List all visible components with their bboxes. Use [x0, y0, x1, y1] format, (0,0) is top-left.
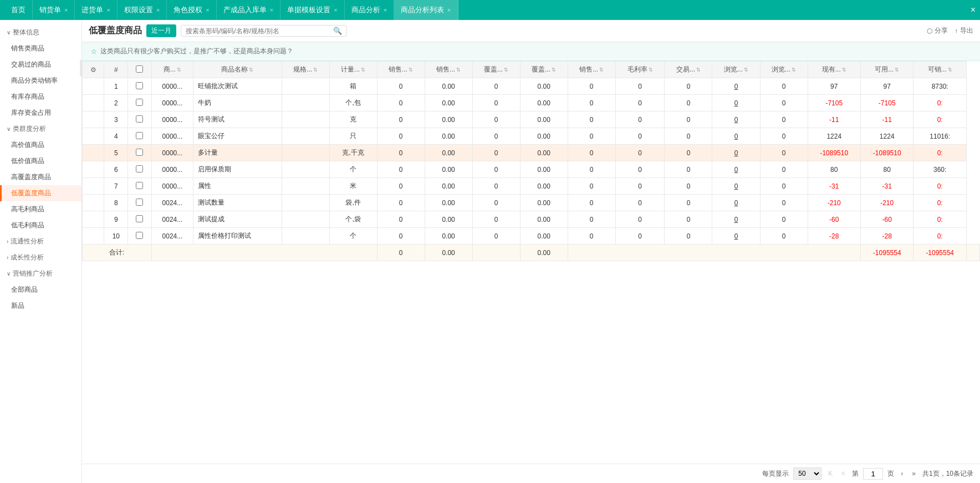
search-icon[interactable]: 🔍 — [333, 27, 342, 35]
col-gross[interactable]: 毛利率⇅ — [615, 62, 665, 78]
col-sales-qty[interactable]: 销售...⇅ — [377, 62, 425, 78]
row-checkbox-3[interactable] — [128, 128, 151, 145]
nav-tab-purchase[interactable]: 进货单 × — [75, 0, 117, 20]
col-sales-amt[interactable]: 销售...⇅ — [425, 62, 472, 78]
col-unit[interactable]: 计量...⇅ — [329, 62, 377, 78]
tab-close-template[interactable]: × — [334, 7, 337, 13]
col-trade[interactable]: 交易...⇅ — [665, 62, 712, 78]
col-browse1[interactable]: 浏览...⇅ — [712, 62, 760, 78]
row-code-4: 0000... — [151, 145, 193, 161]
row-browse1-0[interactable]: 0 — [712, 78, 760, 95]
row-browse1-5[interactable]: 0 — [712, 161, 760, 178]
col-code[interactable]: 商...⇅ — [151, 62, 193, 78]
col-saleable[interactable]: 可销...⇅ — [913, 62, 966, 78]
select-all-checkbox[interactable] — [136, 65, 143, 73]
sidebar-item-low-value[interactable]: 低价值商品 — [0, 153, 81, 169]
sidebar-item-new-goods[interactable]: 新品 — [0, 298, 81, 314]
col-browse2[interactable]: 浏览...⇅ — [760, 62, 808, 78]
tab-close-analysis[interactable]: × — [384, 7, 387, 13]
prev-page-button[interactable]: < — [839, 470, 848, 477]
export-button[interactable]: ↑ 导出 — [955, 26, 973, 35]
prev-first-button[interactable]: K — [826, 470, 835, 477]
nav-tab-analysis[interactable]: 商品分析 × — [345, 0, 394, 20]
row-browse1-8[interactable]: 0 — [712, 211, 760, 228]
row-browse1-1[interactable]: 0 — [712, 95, 760, 111]
row-browse1-4[interactable]: 0 — [712, 145, 760, 161]
per-page-select[interactable]: 50 20 100 — [793, 467, 821, 480]
next-last-button[interactable]: » — [910, 470, 918, 477]
row-sales-qty-7: 0 — [377, 195, 425, 211]
row-browse1-3[interactable]: 0 — [712, 128, 760, 145]
row-settings-9 — [83, 228, 104, 245]
sidebar-item-in-stock[interactable]: 有库存商品 — [0, 89, 81, 105]
row-checkbox-1[interactable] — [128, 95, 151, 111]
search-input[interactable] — [186, 27, 333, 35]
sidebar-item-traded-goods[interactable]: 交易过的商品 — [0, 57, 81, 73]
sidebar-item-high-value[interactable]: 高价值商品 — [0, 137, 81, 153]
tab-close-production[interactable]: × — [270, 7, 273, 13]
row-checkbox-9[interactable] — [128, 228, 151, 245]
col-current[interactable]: 现有...⇅ — [808, 62, 860, 78]
sidebar-group-marketing[interactable]: ∨ 营销推广分析 — [0, 266, 81, 282]
nav-tab-permission[interactable]: 权限设置 × — [118, 0, 167, 20]
nav-tab-analysis-list[interactable]: 商品分析列表 × — [394, 0, 458, 20]
sidebar-group-liquidity[interactable]: › 流通性分析 — [0, 233, 81, 250]
row-checkbox-4[interactable] — [128, 145, 151, 161]
tab-close-analysis-list[interactable]: × — [447, 7, 451, 13]
sidebar-group-overall[interactable]: ∨ 整体信息 — [0, 24, 81, 40]
nav-tab-sales[interactable]: 销货单 × — [33, 0, 75, 20]
nav-tab-role[interactable]: 角色授权 × — [167, 0, 216, 20]
sidebar-item-category-rate[interactable]: 商品分类动销率 — [0, 73, 81, 89]
col-cover1[interactable]: 覆盖...⇅ — [472, 62, 520, 78]
sort-icon-spec: ⇅ — [313, 67, 318, 73]
row-cover1-2: 0 — [472, 111, 520, 128]
share-button[interactable]: ⬡ 分享 — [927, 26, 948, 35]
row-browse1-6[interactable]: 0 — [712, 178, 760, 195]
next-page-button[interactable]: › — [899, 470, 905, 477]
sidebar-item-low-margin[interactable]: 低毛利商品 — [0, 217, 81, 233]
period-button[interactable]: 近一月 — [146, 24, 176, 37]
nav-tab-template[interactable]: 单据模板设置 × — [280, 0, 344, 20]
sidebar-item-capital[interactable]: 库存资金占用 — [0, 105, 81, 121]
tab-close-sales[interactable]: × — [64, 7, 68, 13]
row-checkbox-7[interactable] — [128, 195, 151, 211]
col-settings[interactable]: ⚙ — [83, 62, 104, 78]
content-area: 低覆盖度商品 近一月 🔍 ⬡ 分享 ↑ 导出 ☆ 这类商品只有很少客户购买过，是… — [82, 20, 980, 483]
sidebar-group-cluster[interactable]: ∨ 类群度分析 — [0, 121, 81, 137]
col-spec[interactable]: 规格...⇅ — [282, 62, 329, 78]
row-checkbox-5[interactable] — [128, 161, 151, 178]
main-layout: « ∨ 整体信息 销售类商品 交易过的商品 商品分类动销率 有库存商品 库存资金… — [0, 20, 980, 483]
sidebar-item-high-margin[interactable]: 高毛利商品 — [0, 201, 81, 217]
row-checkbox-8[interactable] — [128, 211, 151, 228]
row-cover1-9: 0 — [472, 228, 520, 245]
sidebar-item-all-goods[interactable]: 全部商品 — [0, 282, 81, 298]
sidebar-item-low-coverage[interactable]: 低覆盖度商品 — [0, 185, 81, 201]
row-browse1-7[interactable]: 0 — [712, 195, 760, 211]
col-avail[interactable]: 可用...⇅ — [860, 62, 913, 78]
col-name[interactable]: 商品名称⇅ — [193, 62, 282, 78]
page-number-input[interactable] — [863, 468, 883, 480]
row-checkbox-0[interactable] — [128, 78, 151, 95]
content-header: 低覆盖度商品 近一月 🔍 ⬡ 分享 ↑ 导出 — [82, 20, 980, 42]
row-saleable-3: 11016: — [913, 128, 966, 145]
sidebar-item-high-coverage[interactable]: 高覆盖度商品 — [0, 169, 81, 185]
col-checkbox[interactable] — [128, 62, 151, 78]
tab-close-permission[interactable]: × — [156, 7, 160, 13]
col-sales2[interactable]: 销售...⇅ — [568, 62, 615, 78]
row-checkbox-2[interactable] — [128, 111, 151, 128]
nav-tab-production[interactable]: 产成品入库单 × — [217, 0, 280, 20]
tab-close-role[interactable]: × — [206, 7, 209, 13]
row-name-6: 属性 — [193, 178, 282, 195]
sidebar-item-sales-goods[interactable]: 销售类商品 — [0, 40, 81, 57]
row-browse1-9[interactable]: 0 — [712, 228, 760, 245]
sidebar-group-growth[interactable]: › 成长性分析 — [0, 250, 81, 266]
row-cover2-7: 0.00 — [520, 195, 568, 211]
tab-close-purchase[interactable]: × — [106, 7, 110, 13]
row-sales2-8: 0 — [568, 211, 615, 228]
row-browse1-2[interactable]: 0 — [712, 111, 760, 128]
window-close-button[interactable]: × — [971, 5, 976, 15]
row-code-0: 0000... — [151, 78, 193, 95]
col-cover2[interactable]: 覆盖...⇅ — [520, 62, 568, 78]
row-checkbox-6[interactable] — [128, 178, 151, 195]
nav-tab-home[interactable]: 首页 — [4, 0, 33, 20]
